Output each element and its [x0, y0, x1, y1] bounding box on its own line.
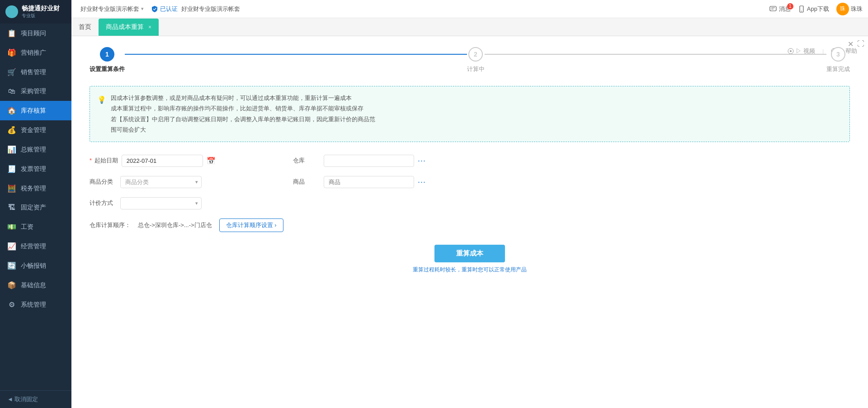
sales-icon: 🛒 — [7, 68, 16, 76]
info-line-4: 围可能会扩大 — [111, 124, 375, 135]
sidebar-item-label: 销售管理 — [21, 68, 46, 76]
sidebar-item-inventory[interactable]: 🏠 库存核算 — [0, 101, 71, 120]
tab-home[interactable]: 首页 — [71, 19, 99, 36]
sidebar-edition: 专业版 — [22, 13, 60, 19]
sidebar-item-expense[interactable]: 🔄 小畅报销 — [0, 256, 71, 275]
sidebar-item-project[interactable]: 📋 项目顾问 — [0, 24, 71, 43]
sidebar-item-marketing[interactable]: 🎁 营销推广 — [0, 43, 71, 62]
product-more-icon[interactable]: ··· — [418, 177, 426, 187]
sidebar-header: 畅捷通好业财 专业版 — [0, 0, 71, 24]
step-2-circle: 2 — [468, 47, 483, 62]
recalc-button[interactable]: 重算成本 — [434, 245, 505, 262]
info-icon: 💡 — [97, 94, 106, 135]
info-content: 因成本计算参数调整，或是对商品成本有疑问时，可以通过成本重算功能，重新计算一遍成… — [111, 93, 375, 135]
required-mark: * — [90, 157, 92, 164]
account-name: 好业财专业版演示帐套 — [80, 5, 139, 13]
salary-icon: 💵 — [7, 223, 16, 231]
recalc-section: 重算成本 重算过程耗时较长，重算时您可以正常使用产品 — [90, 245, 850, 274]
sidebar-nav: 📋 项目顾问 🎁 营销推广 🛒 销售管理 🛍 采购管理 🏠 库存核算 💰 资金管… — [0, 24, 71, 390]
home-tab-label: 首页 — [79, 23, 91, 31]
account-selector[interactable]: 好业财专业版演示帐套 ▾ — [77, 4, 147, 14]
warehouse-order-settings-button[interactable]: 仓库计算顺序设置 › — [219, 218, 283, 232]
category-select[interactable]: 商品分类 — [120, 176, 202, 188]
category-field: 商品分类 商品分类 ▾ — [90, 176, 275, 188]
tab-recalc[interactable]: 商品成本重算 × — [99, 19, 159, 36]
svg-point-3 — [801, 10, 802, 11]
message-icon — [769, 5, 777, 13]
user-profile-button[interactable]: 珠 珠珠 — [836, 3, 863, 15]
assets-icon: 🏗 — [7, 204, 16, 212]
info-line-1: 因成本计算参数调整，或是对商品成本有疑问时，可以通过成本重算功能，重新计算一遍成… — [111, 93, 375, 103]
project-icon: 📋 — [7, 29, 16, 38]
sidebar-item-assets[interactable]: 🏗 固定资产 — [0, 198, 71, 217]
sidebar-item-purchase[interactable]: 🛍 采购管理 — [0, 82, 71, 101]
category-label: 商品分类 — [90, 178, 117, 186]
warehouse-order-value: 总仓->深圳仓库->...->门店仓 — [138, 221, 212, 229]
sidebar-item-label: 发票管理 — [21, 165, 46, 173]
form-section: * 起始日期 📅 仓库 ··· 商品分类 — [90, 155, 478, 232]
price-method-select-wrapper: ▾ — [120, 197, 202, 209]
sidebar-item-accounting[interactable]: 📊 总账管理 — [0, 140, 71, 159]
warehouse-order-row: 仓库计算顺序： 总仓->深圳仓库->...->门店仓 仓库计算顺序设置 › — [90, 218, 478, 232]
close-button[interactable]: ✕ — [848, 40, 854, 48]
price-method-select[interactable] — [120, 197, 202, 209]
tabs-bar: 首页 商品成本重算 × — [71, 18, 868, 36]
sidebar: 畅捷通好业财 专业版 📋 项目顾问 🎁 营销推广 🛒 销售管理 🛍 采购管理 🏠… — [0, 0, 71, 408]
step-1: 1 设置重算条件 — [90, 47, 125, 73]
sidebar-unpin-button[interactable]: ◄ 取消固定 — [0, 390, 71, 408]
tab-close-icon[interactable]: × — [148, 24, 151, 30]
step-1-circle: 1 — [100, 47, 114, 62]
info-line-2: 成本重算过程中，影响库存账的操作均不能操作，比如进货单、销货单、库存单据不能审核… — [111, 103, 375, 114]
sidebar-item-invoice[interactable]: 🧾 发票管理 — [0, 159, 71, 179]
unpin-label: ◄ 取消固定 — [7, 395, 38, 403]
step-line-1 — [125, 54, 467, 55]
start-date-field: * 起始日期 📅 — [90, 155, 275, 167]
sidebar-item-label: 总账管理 — [21, 146, 46, 154]
expense-icon: 🔄 — [7, 261, 16, 270]
topbar-left: 好业财专业版演示帐套 ▾ 已认证 好业财专业版演示帐套 — [77, 4, 240, 14]
purchase-icon: 🛍 — [7, 87, 16, 95]
sidebar-item-label: 资金管理 — [21, 126, 46, 134]
message-button[interactable]: 1 消息 — [769, 5, 791, 13]
sidebar-item-operations[interactable]: 📈 经营管理 — [0, 237, 71, 256]
phone-icon — [798, 5, 805, 13]
sidebar-item-basic[interactable]: 📦 基础信息 — [0, 275, 71, 295]
product-input[interactable] — [324, 176, 414, 188]
step-1-label: 设置重算条件 — [90, 65, 125, 73]
expand-button[interactable]: ⛶ — [857, 40, 864, 48]
window-controls: ✕ ⛶ — [848, 40, 864, 48]
warehouse-input[interactable] — [324, 155, 414, 167]
svg-rect-1 — [770, 6, 776, 11]
start-date-input[interactable] — [122, 155, 203, 167]
marketing-icon: 🎁 — [7, 48, 16, 57]
recalc-note: 重算过程耗时较长，重算时您可以正常使用产品 — [413, 266, 527, 274]
accounting-icon: 📊 — [7, 145, 16, 154]
warehouse-field: 仓库 ··· — [293, 155, 478, 167]
sidebar-item-label: 经营管理 — [21, 242, 46, 251]
sidebar-item-salary[interactable]: 💵 工资 — [0, 217, 71, 237]
warehouse-more-icon[interactable]: ··· — [418, 156, 426, 166]
sidebar-item-label: 工资 — [21, 223, 33, 231]
sidebar-item-label: 系统管理 — [21, 301, 46, 309]
sidebar-item-system[interactable]: ⚙ 系统管理 — [0, 295, 71, 314]
main-area: 好业财专业版演示帐套 ▾ 已认证 好业财专业版演示帐套 1 消息 — [71, 0, 868, 408]
step-3-circle: 3 — [831, 47, 845, 62]
recalc-tab-label: 商品成本重算 — [106, 23, 144, 31]
notification-badge: 1 — [787, 3, 793, 9]
step-2: 2 计算中 — [467, 47, 485, 73]
sidebar-item-tax[interactable]: 🧮 税务管理 — [0, 179, 71, 198]
app-download-label: App下载 — [807, 5, 829, 13]
inventory-icon: 🏠 — [7, 106, 16, 115]
sidebar-item-label: 税务管理 — [21, 185, 46, 193]
sidebar-item-sales[interactable]: 🛒 销售管理 — [0, 62, 71, 82]
sidebar-item-label: 采购管理 — [21, 87, 46, 95]
username-label: 珠珠 — [851, 5, 863, 13]
sidebar-item-label: 营销推广 — [21, 49, 46, 57]
step-3: 3 重算完成 — [826, 47, 850, 73]
sidebar-item-finance[interactable]: 💰 资金管理 — [0, 120, 71, 140]
basic-icon: 📦 — [7, 281, 16, 289]
calendar-icon[interactable]: 📅 — [207, 157, 216, 165]
app-download-button[interactable]: App下载 — [798, 5, 829, 13]
sidebar-item-label: 项目顾问 — [21, 29, 46, 38]
warehouse-order-label: 仓库计算顺序： — [90, 221, 131, 229]
